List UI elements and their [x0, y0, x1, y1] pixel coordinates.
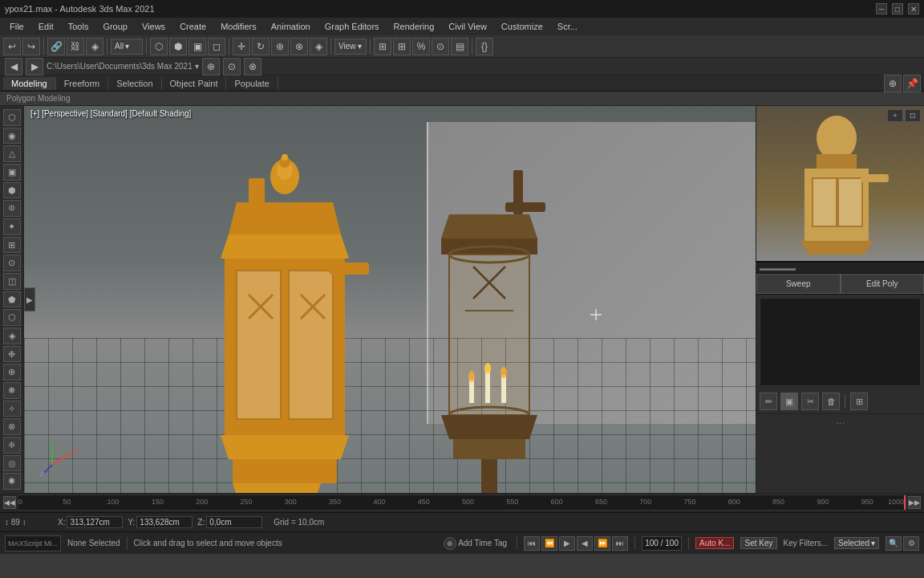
- menu-item-scr...[interactable]: Scr...: [551, 20, 584, 33]
- menu-item-create[interactable]: Create: [173, 20, 213, 33]
- snap-btn[interactable]: ⊞: [374, 38, 391, 55]
- unlink-button[interactable]: ⛓: [67, 38, 84, 55]
- left-icon-systems[interactable]: ⊞: [3, 237, 21, 254]
- right-vp-btn1[interactable]: +: [887, 109, 903, 122]
- bind-button[interactable]: ◈: [86, 38, 103, 55]
- pb-start[interactable]: ⏮: [524, 536, 540, 551]
- auto-key-button[interactable]: Auto K...: [695, 537, 734, 549]
- align-btn[interactable]: ▤: [451, 38, 468, 55]
- menu-item-modifiers[interactable]: Modifiers: [214, 20, 263, 33]
- timeline-next[interactable]: ▶▶: [908, 496, 921, 509]
- menu-item-file[interactable]: File: [3, 20, 30, 33]
- scale-button[interactable]: ⊕: [271, 38, 289, 55]
- snap2-btn[interactable]: ⊞: [393, 38, 411, 55]
- tab-selection[interactable]: Selection: [108, 77, 161, 90]
- viewport-expand-button[interactable]: ▶: [24, 287, 35, 311]
- pb-play[interactable]: ▶: [559, 536, 575, 551]
- right-vp-btn2[interactable]: ⊡: [905, 109, 921, 122]
- right-viewport[interactable]: + ⊡: [756, 106, 924, 263]
- left-icon-12[interactable]: ⬡: [3, 309, 21, 326]
- left-icon-shapes[interactable]: △: [3, 145, 21, 162]
- select-button[interactable]: ⬡: [150, 38, 168, 55]
- left-icon-18[interactable]: ⊗: [3, 418, 21, 435]
- back-button[interactable]: ◀: [5, 58, 22, 75]
- timeline-track[interactable]: 0 50 100 150 200 250 300 350 400 450 500…: [18, 495, 906, 511]
- left-icon-cam[interactable]: ⬢: [3, 182, 21, 199]
- search-button[interactable]: 🔍: [886, 536, 902, 551]
- frame-counter[interactable]: 100 / 100: [642, 536, 682, 551]
- mod-delete-icon[interactable]: 🗑: [822, 393, 840, 410]
- left-icon-19[interactable]: ❈: [3, 437, 21, 454]
- sweep-button[interactable]: Sweep: [756, 274, 841, 294]
- breadcrumb-expand[interactable]: ⊕: [202, 58, 220, 75]
- x-input[interactable]: 313,127cm: [67, 516, 123, 528]
- y-input[interactable]: 133,628cm: [136, 516, 192, 528]
- options-button[interactable]: ⚙: [903, 536, 919, 551]
- curve-btn[interactable]: {}: [476, 38, 493, 55]
- menu-item-rendering[interactable]: Rendering: [387, 20, 441, 33]
- breadcrumb-action2[interactable]: ⊗: [244, 58, 261, 75]
- left-icon-helpers[interactable]: ❊: [3, 200, 21, 217]
- menu-item-tools[interactable]: Tools: [62, 20, 95, 33]
- add-time-tag-label[interactable]: Add Time Tag: [458, 539, 507, 547]
- pb-prev[interactable]: ⏪: [541, 536, 557, 551]
- left-icon-11[interactable]: ⬟: [3, 291, 21, 308]
- left-icon-space[interactable]: ✦: [3, 218, 21, 235]
- select-region-button[interactable]: ⬢: [169, 38, 187, 55]
- pb-end[interactable]: ⏭: [612, 536, 628, 551]
- mod-pencil-icon[interactable]: ✏: [760, 393, 777, 410]
- link-button[interactable]: 🔗: [47, 38, 65, 55]
- redo-button[interactable]: ↪: [22, 38, 40, 55]
- set-key-button[interactable]: Set Key: [740, 537, 776, 549]
- mod-cut-icon[interactable]: ✂: [801, 393, 819, 410]
- left-icon-20[interactable]: ◎: [3, 455, 21, 472]
- left-icon-13[interactable]: ◈: [3, 328, 21, 344]
- pb-next[interactable]: ⏩: [594, 536, 610, 551]
- left-icon-21[interactable]: ✺: [3, 473, 21, 490]
- menu-item-edit[interactable]: Edit: [32, 20, 60, 33]
- left-icon-16[interactable]: ❋: [3, 382, 21, 399]
- select-all-button[interactable]: ▣: [188, 38, 206, 55]
- left-icon-paint[interactable]: ◉: [3, 128, 21, 144]
- percent-btn[interactable]: %: [412, 38, 430, 55]
- left-icon-select[interactable]: ⬡: [3, 109, 21, 126]
- rotate-button[interactable]: ↻: [252, 38, 270, 55]
- main-viewport[interactable]: X Y Z ▶: [24, 106, 756, 493]
- tab-modeling[interactable]: Modeling: [3, 77, 56, 90]
- pb-play-rev[interactable]: ◀: [577, 536, 593, 551]
- ribbon-toggle[interactable]: ⊕: [884, 75, 902, 92]
- tab-freeform[interactable]: Freeform: [56, 77, 109, 90]
- scale3-button[interactable]: ◈: [310, 38, 327, 55]
- undo-button[interactable]: ↩: [3, 38, 21, 55]
- mirror-btn[interactable]: ⊙: [432, 38, 449, 55]
- tab-object-paint[interactable]: Object Paint: [162, 77, 227, 90]
- mod-grid-icon[interactable]: ⊞: [850, 393, 868, 410]
- left-icon-17[interactable]: ✧: [3, 401, 21, 417]
- select-inv-button[interactable]: ◻: [208, 38, 225, 55]
- view-dropdown[interactable]: View ▾: [334, 39, 367, 55]
- forward-button[interactable]: ▶: [26, 58, 43, 75]
- menu-item-views[interactable]: Views: [136, 20, 172, 33]
- scale2-button[interactable]: ⊗: [290, 38, 308, 55]
- close-button[interactable]: ✕: [908, 3, 919, 14]
- edit-poly-button[interactable]: Edit Poly: [841, 274, 925, 294]
- timeline-cursor[interactable]: [904, 495, 906, 510]
- left-icon-10[interactable]: ◫: [3, 273, 21, 290]
- tab-populate[interactable]: Populate: [226, 77, 278, 90]
- move-button[interactable]: ✛: [233, 38, 250, 55]
- menu-item-customize[interactable]: Customize: [495, 20, 549, 33]
- maxscript-mini[interactable]: MAXScript Mi...: [5, 535, 61, 552]
- frame-number-input[interactable]: ↕ 89 ↕: [5, 518, 53, 527]
- selection-dropdown[interactable]: Selected ▾: [834, 537, 879, 549]
- left-icon-9[interactable]: ⊙: [3, 254, 21, 271]
- add-time-tag-icon[interactable]: ⊕: [444, 537, 456, 550]
- mod-list-icon[interactable]: ▣: [780, 393, 798, 410]
- minimize-button[interactable]: ─: [876, 3, 887, 14]
- menu-item-animation[interactable]: Animation: [265, 20, 317, 33]
- z-input[interactable]: 0,0cm: [206, 516, 262, 528]
- layer-dropdown[interactable]: All ▾: [111, 39, 143, 55]
- maximize-button[interactable]: □: [892, 3, 903, 14]
- menu-item-graph-editors[interactable]: Graph Editors: [318, 20, 386, 33]
- left-icon-14[interactable]: ❉: [3, 346, 21, 363]
- menu-item-group[interactable]: Group: [96, 20, 134, 33]
